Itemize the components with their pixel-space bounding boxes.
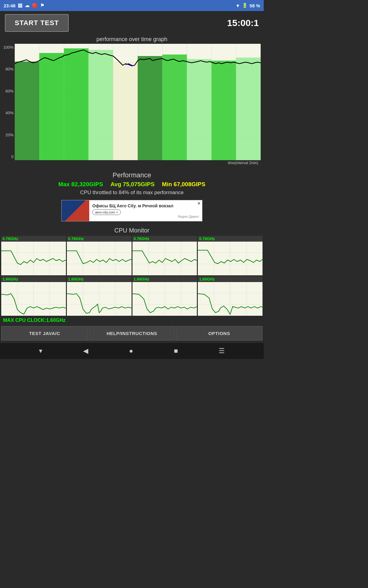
wifi-icon: ▼	[236, 3, 240, 8]
y-label-40: 40%	[6, 111, 13, 115]
test-java-c-button[interactable]: TEST JAVA/C	[1, 326, 88, 341]
avg-gips: Avg 75,075GIPS	[110, 181, 155, 188]
graph-title: performance over time graph	[3, 36, 261, 43]
ad-image	[62, 200, 89, 221]
cpu-core-8-freq: 1.60GHz	[198, 276, 263, 282]
cpu-core-6: 1.60GHz	[67, 276, 132, 316]
cpu-core-7-graph	[132, 282, 197, 316]
graph-section: performance over time graph 100% 80% 60%…	[0, 35, 264, 168]
svg-rect-21	[162, 55, 187, 160]
svg-rect-18	[89, 50, 113, 160]
performance-stats: Performance Max 82,320GIPS Avg 75,075GIP…	[0, 168, 264, 198]
start-test-button[interactable]: START TEST	[5, 14, 69, 32]
status-bar: 23:48 🖼 ☁ 🔴 ⚑ ▼ 🔋 58 %	[0, 0, 264, 11]
nav-down-button[interactable]: ▾	[33, 345, 48, 357]
cpu-core-1: 0.76GHz	[1, 236, 66, 275]
cpu-monitor-title: CPU Monitor	[0, 224, 264, 236]
ad-banner[interactable]: Офисы БЦ Aero City. м Речной вокзал aero…	[61, 200, 202, 221]
graph-inner	[15, 44, 261, 160]
svg-rect-22	[187, 59, 211, 160]
graph-container: 100% 80% 60% 40% 20% 0	[3, 44, 261, 160]
performance-graph-svg	[15, 44, 261, 160]
cpu-core-4-graph	[198, 242, 263, 275]
cpu-core-2-freq: 0.76GHz	[67, 236, 132, 242]
svg-rect-20	[138, 56, 162, 160]
nav-home-button[interactable]: ●	[123, 345, 139, 357]
x-axis-label: time(interval 2min)	[3, 161, 261, 165]
cpu-core-6-graph	[67, 282, 132, 316]
cpu-core-3-graph	[132, 242, 197, 275]
svg-rect-17	[64, 48, 88, 160]
ad-close-button[interactable]: ✕	[197, 201, 201, 206]
performance-numbers: Max 82,320GIPS Avg 75,075GIPS Min 67,008…	[2, 181, 261, 188]
flag-icon: ⚑	[40, 3, 44, 8]
cpu-core-3: 0.76GHz	[132, 236, 197, 275]
svg-rect-16	[39, 53, 64, 160]
cpu-core-5: 1.60GHz	[1, 276, 66, 316]
cpu-core-4-freq: 0.76GHz	[198, 236, 263, 242]
nav-recent-button[interactable]: ■	[168, 345, 184, 357]
throttle-text: CPU throttled to 84% of its max performa…	[2, 190, 261, 196]
cpu-core-5-freq: 1.60GHz	[1, 276, 66, 282]
max-gips: Max 82,320GIPS	[58, 181, 103, 188]
bottom-buttons: TEST JAVA/C HELP/INSTRUCTIONS OPTIONS	[0, 325, 264, 342]
cpu-core-8: 1.60GHz	[198, 276, 263, 316]
nav-back-button[interactable]: ◀	[77, 345, 94, 357]
cpu-grid: 0.76GHz 0.76GHz	[0, 236, 264, 316]
y-axis: 100% 80% 60% 40% 20% 0	[3, 44, 15, 160]
notification-icon: 🔴	[32, 3, 38, 8]
cpu-core-6-freq: 1.60GHz	[67, 276, 132, 282]
ad-content: Офисы БЦ Aero City. м Речной вокзал aero…	[89, 202, 202, 220]
ad-title: Офисы БЦ Aero City. м Речной вокзал	[92, 203, 199, 208]
y-label-60: 60%	[6, 89, 13, 93]
battery-icon: 🔋	[242, 3, 248, 8]
y-label-20: 20%	[6, 133, 13, 137]
cpu-core-4: 0.76GHz	[198, 236, 263, 275]
ad-wrapper: Офисы БЦ Aero City. м Речной вокзал aero…	[0, 198, 264, 224]
performance-label: Performance	[2, 171, 261, 179]
max-cpu-clock: MAX CPU CLOCK:1.60GHz	[0, 316, 264, 325]
timer-display: 15:00:1	[227, 18, 259, 28]
time-display: 23:48	[4, 3, 15, 8]
cpu-core-7-freq: 1.60GHz	[132, 276, 197, 282]
photo-icon: 🖼	[18, 3, 22, 8]
status-right: ▼ 🔋 58 %	[236, 3, 260, 8]
cpu-core-8-graph	[198, 282, 263, 316]
top-controls: START TEST 15:00:1	[0, 11, 264, 35]
cloud-icon: ☁	[25, 3, 29, 8]
ad-link[interactable]: aero-city.com >	[92, 209, 121, 215]
options-button[interactable]: OPTIONS	[176, 326, 263, 341]
svg-rect-23	[212, 61, 236, 160]
navigation-bar: ▾ ◀ ● ■ ☰	[0, 343, 264, 359]
svg-rect-24	[236, 58, 261, 160]
nav-menu-button[interactable]: ☰	[213, 345, 231, 357]
battery-percent: 58 %	[250, 3, 260, 8]
svg-rect-19	[113, 62, 138, 160]
ad-source: Яндекс Директ	[92, 215, 199, 218]
cpu-core-7: 1.60GHz	[132, 276, 197, 316]
cpu-core-5-graph	[1, 282, 66, 316]
status-left: 23:48 🖼 ☁ 🔴 ⚑	[4, 3, 44, 8]
help-instructions-button[interactable]: HELP/INSTRUCTIONS	[89, 326, 175, 341]
svg-rect-15	[15, 62, 39, 160]
min-gips: Min 67,008GIPS	[162, 181, 205, 188]
cpu-core-1-freq: 0.76GHz	[1, 236, 66, 242]
cpu-core-2: 0.76GHz	[67, 236, 132, 275]
y-label-80: 80%	[6, 67, 13, 71]
cpu-core-2-graph	[67, 242, 132, 275]
y-label-100: 100%	[3, 45, 13, 50]
cpu-core-3-freq: 0.76GHz	[132, 236, 197, 242]
y-label-0: 0	[11, 154, 13, 159]
cpu-core-1-graph	[1, 242, 66, 275]
